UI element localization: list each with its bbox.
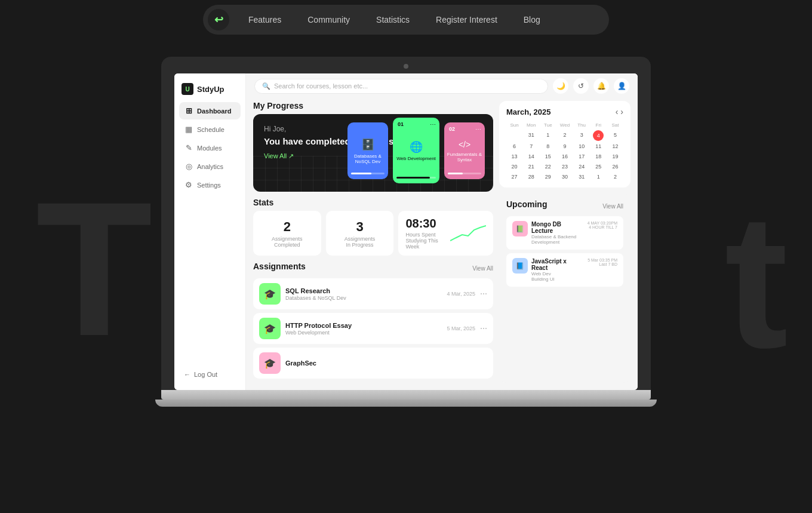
upcoming-item-0: 📗 Mongo DB Lecture Database & BackendDev…	[506, 216, 623, 250]
upcoming-item-sub-1: Web DevBuilding UI	[531, 271, 584, 282]
hero-card-1: 01 ⋯ 🌐 Web Development	[393, 118, 439, 183]
calendar-nav: ‹ ›	[616, 107, 623, 116]
laptop-base	[161, 390, 651, 400]
hero-card-label-1: Web Development	[394, 156, 438, 161]
hero-cards: 🗄️ Databases & NoSQL Dev 01	[347, 122, 485, 183]
cal-date-cell[interactable]: 5	[607, 130, 623, 141]
sidebar-item-modules[interactable]: ✎ Modules	[179, 139, 241, 156]
progress-section: My Progress Hi Joe, You have completed 5…	[253, 101, 493, 192]
assignment-more-1[interactable]: ⋯	[480, 324, 487, 333]
nav-item-register[interactable]: Register Interest	[424, 10, 509, 29]
cal-date-cell[interactable]: 28	[523, 172, 539, 182]
hero-card-icon-2: </>	[459, 140, 470, 149]
cal-date-cell[interactable]: 6	[506, 142, 522, 151]
hero-card-label-2: Fundamentals & Syntax	[444, 152, 485, 162]
cal-date-cell[interactable]: 4	[593, 130, 604, 141]
logout-button[interactable]: ← Log Out	[174, 366, 245, 383]
cal-date-cell[interactable]: 12	[607, 142, 623, 151]
cal-date-cell[interactable]	[506, 130, 522, 141]
assignments-view-all[interactable]: View All	[472, 265, 493, 272]
upcoming-view-all[interactable]: View All	[602, 203, 623, 210]
cal-date-cell[interactable]: 16	[556, 152, 573, 161]
cal-date-cell[interactable]: 31	[574, 172, 590, 182]
cal-date-cell[interactable]: 9	[556, 142, 573, 151]
calendar-next-btn[interactable]: ›	[620, 107, 623, 116]
sidebar-nav: ⊞ Dashboard ▦ Schedule ✎ Modules ◎	[174, 102, 245, 366]
nav-item-statistics[interactable]: Statistics	[364, 10, 422, 29]
hero-card-num-1: 01	[398, 121, 404, 127]
calendar-title: March, 2025	[506, 107, 550, 116]
stats-section: Stats 2 AssignmentsCompleted 3 Assignmen…	[253, 198, 493, 256]
nav-item-features[interactable]: Features	[236, 10, 293, 29]
laptop-mockup: U StdyUp ⊞ Dashboard ▦ Schedule	[161, 57, 651, 407]
right-column: March, 2025 ‹ › Sun Mon Tue	[499, 101, 630, 383]
cal-date-cell[interactable]: 2	[556, 130, 573, 141]
hero-card-icon-0: 🗄️	[361, 138, 374, 151]
cal-date-cell[interactable]: 17	[574, 152, 590, 161]
cal-date-cell[interactable]: 30	[556, 172, 573, 182]
cal-date-cell[interactable]: 18	[590, 152, 607, 161]
assignment-more-0[interactable]: ⋯	[480, 290, 487, 298]
assignment-info-1: HTTP Protocol Essay Web Development	[285, 322, 442, 336]
topbar: 🔍 Search for courses, lesson etc... 🌙 ↺ …	[246, 73, 638, 99]
cal-date-cell[interactable]: 14	[523, 152, 539, 161]
calendar-widget: March, 2025 ‹ › Sun Mon Tue	[499, 101, 630, 188]
sidebar-item-dashboard[interactable]: ⊞ Dashboard	[179, 102, 241, 119]
sidebar-label-dashboard: Dashboard	[197, 107, 231, 115]
notifications-icon[interactable]: 🔔	[593, 78, 609, 94]
nav-item-community[interactable]: Community	[296, 10, 362, 29]
cal-date-cell[interactable]: 23	[556, 162, 573, 171]
cal-date-cell[interactable]: 24	[574, 162, 590, 171]
assignment-title-1: HTTP Protocol Essay	[285, 322, 442, 329]
assignment-info-2: GraphSec	[285, 360, 487, 367]
profile-icon[interactable]: 👤	[614, 78, 629, 94]
cal-date-cell[interactable]: 21	[523, 162, 539, 171]
top-navigation: ↩ Features Community Statistics Register…	[203, 5, 609, 35]
theme-toggle-icon[interactable]: 🌙	[553, 78, 568, 94]
cal-date-cell[interactable]: 10	[574, 142, 590, 151]
laptop-frame: U StdyUp ⊞ Dashboard ▦ Schedule	[161, 57, 651, 390]
assignment-title-2: GraphSec	[285, 360, 487, 367]
cal-date-cell[interactable]: 26	[607, 162, 623, 171]
nav-item-blog[interactable]: Blog	[512, 10, 552, 29]
sidebar-item-schedule[interactable]: ▦ Schedule	[179, 121, 241, 138]
stat-chart-label: Hours SpentStudying This Week	[405, 232, 445, 250]
upcoming-item-sub-0: Database & BackendDevelopment	[531, 234, 584, 245]
upcoming-item-title-1: JavaScript x React	[531, 258, 584, 271]
hero-card-progress-bar-2	[448, 173, 463, 174]
hero-card-dots-1: ⋯	[430, 121, 436, 128]
search-icon: 🔍	[262, 82, 270, 90]
cal-date-cell[interactable]: 15	[540, 152, 556, 161]
stat-number-0: 2	[284, 219, 291, 235]
dashboard: U StdyUp ⊞ Dashboard ▦ Schedule	[174, 73, 638, 390]
cal-date-cell[interactable]: 29	[540, 172, 556, 182]
cal-day-wed: Wed	[556, 121, 573, 129]
cal-date-cell[interactable]: 1	[590, 172, 607, 182]
sidebar-item-settings[interactable]: ⚙ Settings	[179, 176, 241, 193]
cal-date-cell[interactable]: 8	[540, 142, 556, 151]
upcoming-icon-0: 📗	[512, 221, 528, 236]
upcoming-info-0: Mongo DB Lecture Database & BackendDevel…	[531, 221, 584, 245]
refresh-icon[interactable]: ↺	[573, 78, 589, 94]
cal-date-cell[interactable]: 20	[506, 162, 522, 171]
cal-date-cell[interactable]: 22	[540, 162, 556, 171]
cal-date-cell[interactable]: 27	[506, 172, 522, 182]
assignments-header: Assignments View All	[253, 262, 493, 275]
sidebar-item-analytics[interactable]: ◎ Analytics	[179, 158, 241, 175]
calendar-prev-btn[interactable]: ‹	[616, 107, 619, 116]
cal-date-cell[interactable]: 31	[523, 130, 539, 141]
assignment-sub-1: Web Development	[285, 330, 442, 336]
cal-date-cell[interactable]: 13	[506, 152, 522, 161]
cal-date-cell[interactable]: 2	[607, 172, 623, 182]
stats-row: 2 AssignmentsCompleted 3 AssignmentsIn P…	[253, 211, 493, 256]
stat-card-0: 2 AssignmentsCompleted	[253, 211, 321, 256]
search-box[interactable]: 🔍 Search for courses, lesson etc...	[254, 79, 548, 94]
cal-date-cell[interactable]: 25	[590, 162, 607, 171]
hero-card-label-0: Databases & NoSQL Dev	[347, 153, 388, 164]
cal-date-cell[interactable]: 7	[523, 142, 539, 151]
cal-date-cell[interactable]: 3	[574, 130, 590, 141]
sidebar: U StdyUp ⊞ Dashboard ▦ Schedule	[174, 73, 246, 390]
cal-date-cell[interactable]: 1	[540, 130, 556, 141]
cal-date-cell[interactable]: 19	[607, 152, 623, 161]
cal-date-cell[interactable]: 11	[590, 142, 607, 151]
